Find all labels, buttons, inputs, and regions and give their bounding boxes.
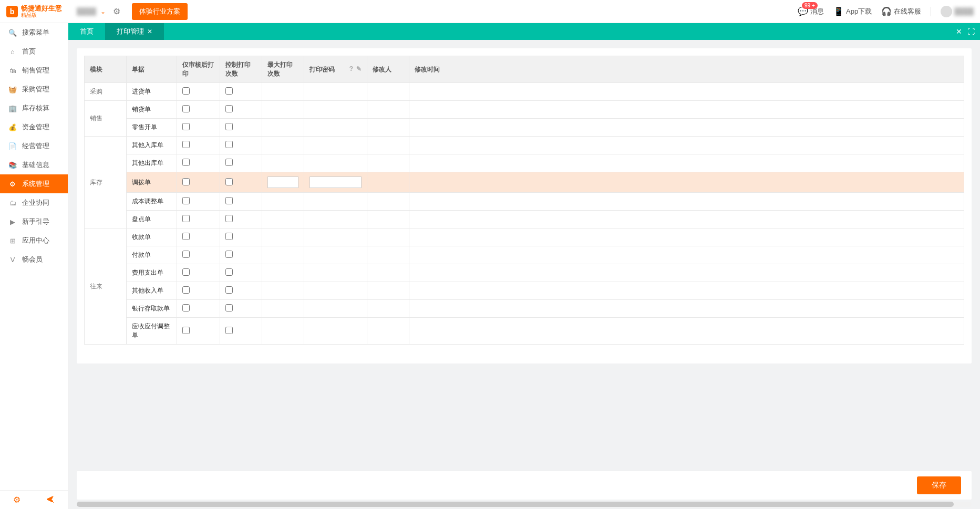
only-audited-checkbox[interactable]	[182, 251, 190, 258]
sidebar-item-label: 搜索菜单	[22, 28, 49, 37]
max-count-input[interactable]	[267, 176, 298, 188]
save-button[interactable]: 保存	[917, 476, 961, 494]
sidebar-item-stock[interactable]: 🏢库存核算	[0, 99, 68, 118]
limit-count-checkbox[interactable]	[225, 197, 233, 204]
cell-password	[304, 318, 367, 345]
sidebar-item-search[interactable]: 🔍搜索菜单	[0, 23, 68, 42]
sidebar-item-home[interactable]: ⌂首页	[0, 42, 68, 61]
tabs: 首页打印管理✕ ✕ ⛶	[68, 23, 980, 40]
limit-count-checkbox[interactable]	[225, 178, 233, 185]
user-menu[interactable]: ████	[941, 6, 974, 17]
only-audited-checkbox[interactable]	[182, 159, 190, 166]
sidebar-item-vip[interactable]: V畅会员	[0, 250, 68, 269]
table-row: 银行存取款单	[85, 300, 964, 318]
only-audited-checkbox[interactable]	[182, 87, 190, 95]
sidebar-item-sys[interactable]: ⚙系统管理	[0, 174, 68, 193]
password-input[interactable]	[310, 176, 362, 188]
coop-icon: 🗂	[8, 199, 17, 207]
cell-doc: 调拨单	[127, 172, 177, 193]
table-row: 成本调整单	[85, 193, 964, 211]
cell-only-audited	[177, 282, 220, 300]
help-icon[interactable]: ?	[349, 65, 353, 72]
only-audited-checkbox[interactable]	[182, 215, 190, 222]
cell-limit-count	[220, 83, 262, 101]
only-audited-checkbox[interactable]	[182, 304, 190, 311]
limit-count-checkbox[interactable]	[225, 105, 233, 112]
cell-module: 销售	[85, 101, 127, 137]
limit-count-checkbox[interactable]	[225, 159, 233, 166]
footer-bar: 保存	[77, 471, 972, 500]
sidebar-item-label: 系统管理	[22, 179, 49, 189]
tab-print[interactable]: 打印管理✕	[105, 23, 164, 40]
limit-count-checkbox[interactable]	[225, 268, 233, 276]
cell-doc: 零售开单	[127, 119, 177, 137]
settings-icon[interactable]: ⚙	[13, 495, 20, 505]
cell-limit-count	[220, 154, 262, 172]
th-modified-at: 修改时间	[409, 56, 964, 83]
cell-max-count	[262, 264, 304, 282]
only-audited-checkbox[interactable]	[182, 141, 190, 148]
only-audited-checkbox[interactable]	[182, 123, 190, 130]
org-selector[interactable]: ████ ⌄ ⚙	[71, 4, 126, 19]
divider	[931, 7, 931, 16]
brand: b 畅捷通好生意 精品版	[6, 5, 71, 18]
messages-button[interactable]: 💬 消息 99 +	[798, 6, 824, 16]
limit-count-checkbox[interactable]	[225, 251, 233, 258]
th-doc: 单据	[127, 56, 177, 83]
limit-count-checkbox[interactable]	[225, 327, 233, 334]
limit-count-checkbox[interactable]	[225, 123, 233, 130]
cell-doc: 其他入库单	[127, 137, 177, 154]
only-audited-checkbox[interactable]	[182, 233, 190, 240]
only-audited-checkbox[interactable]	[182, 286, 190, 294]
cell-max-count	[262, 193, 304, 211]
only-audited-checkbox[interactable]	[182, 268, 190, 276]
close-icon[interactable]: ✕	[147, 28, 152, 35]
purchase-icon: 🧺	[8, 86, 17, 94]
sidebar-item-coop[interactable]: 🗂企业协同	[0, 193, 68, 212]
cell-only-audited	[177, 193, 220, 211]
cell-modified-at	[409, 228, 964, 246]
cell-max-count	[262, 119, 304, 137]
app-download-button[interactable]: 📱 App下载	[833, 6, 872, 16]
limit-count-checkbox[interactable]	[225, 141, 233, 148]
edit-icon[interactable]: ✎	[356, 65, 362, 72]
only-audited-checkbox[interactable]	[182, 178, 190, 185]
sidebar-item-guide[interactable]: ▶新手引导	[0, 212, 68, 231]
tab-home[interactable]: 首页	[68, 23, 105, 40]
cell-limit-count	[220, 264, 262, 282]
brand-name: 畅捷通好生意	[21, 5, 62, 12]
limit-count-checkbox[interactable]	[225, 87, 233, 95]
cell-doc: 进货单	[127, 83, 177, 101]
only-audited-checkbox[interactable]	[182, 327, 190, 334]
fullscreen-icon[interactable]: ⛶	[967, 27, 975, 36]
th-module: 模块	[85, 56, 127, 83]
fund-icon: 💰	[8, 123, 17, 131]
limit-count-checkbox[interactable]	[225, 215, 233, 222]
limit-count-checkbox[interactable]	[225, 304, 233, 311]
cell-modified-by	[367, 119, 409, 137]
sidebar-item-apps[interactable]: ⊞应用中心	[0, 231, 68, 250]
online-service-button[interactable]: 🎧 在线客服	[881, 6, 921, 16]
sidebar-item-label: 企业协同	[22, 198, 49, 207]
sidebar-item-sales[interactable]: 🛍销售管理	[0, 61, 68, 80]
collapse-icon[interactable]: ⮜	[46, 495, 55, 505]
cell-doc: 银行存取款单	[127, 300, 177, 318]
table-row: 采购进货单	[85, 83, 964, 101]
try-industry-button[interactable]: 体验行业方案	[132, 3, 188, 20]
horizontal-scrollbar[interactable]	[77, 502, 972, 507]
sidebar-item-purchase[interactable]: 🧺采购管理	[0, 80, 68, 99]
topbar-right: 💬 消息 99 + 📱 App下载 🎧 在线客服 ████	[798, 6, 974, 17]
limit-count-checkbox[interactable]	[225, 286, 233, 294]
sidebar-item-biz[interactable]: 📄经营管理	[0, 137, 68, 155]
sidebar-item-fund[interactable]: 💰资金管理	[0, 118, 68, 137]
sidebar-item-base[interactable]: 📚基础信息	[0, 155, 68, 174]
online-service-label: 在线客服	[894, 7, 921, 16]
only-audited-checkbox[interactable]	[182, 197, 190, 204]
limit-count-checkbox[interactable]	[225, 233, 233, 240]
gear-icon[interactable]: ⚙	[113, 6, 120, 16]
scrollbar-thumb[interactable]	[77, 502, 954, 507]
cell-modified-at	[409, 119, 964, 137]
only-audited-checkbox[interactable]	[182, 105, 190, 112]
table-row: 库存其他入库单	[85, 137, 964, 154]
close-all-tabs-icon[interactable]: ✕	[956, 27, 962, 36]
